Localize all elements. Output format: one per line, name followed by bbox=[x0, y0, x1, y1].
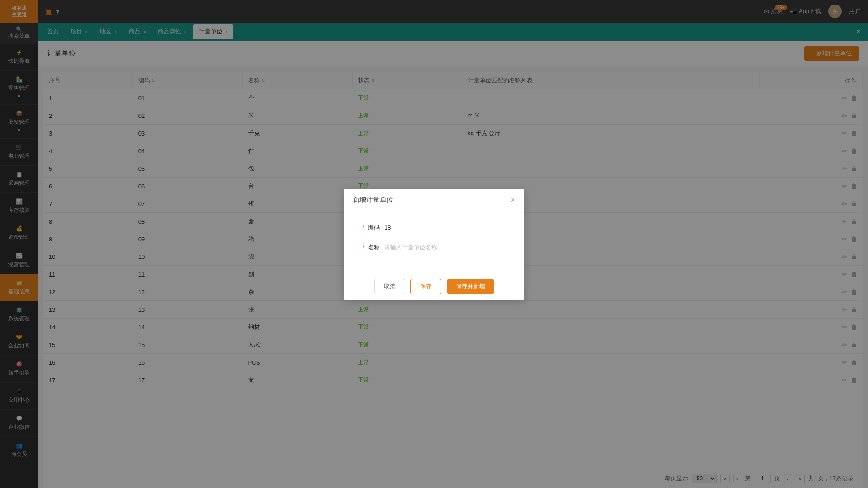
modal-body: * 编码 * 名称 bbox=[344, 211, 524, 273]
name-input[interactable] bbox=[384, 242, 515, 253]
save-new-button[interactable]: 保存并新增 bbox=[447, 279, 494, 294]
form-row-name: * 名称 bbox=[353, 242, 515, 253]
required-star-name: * bbox=[362, 244, 364, 251]
form-code-label: * 编码 bbox=[353, 224, 380, 232]
modal-footer: 取消 保存 保存并新增 bbox=[344, 273, 524, 300]
save-button[interactable]: 保存 bbox=[410, 279, 441, 294]
code-input[interactable] bbox=[384, 222, 515, 233]
add-unit-modal: 新增计量单位 × * 编码 * 名称 取消 保存 保存并新增 bbox=[344, 189, 524, 300]
modal-header: 新增计量单位 × bbox=[344, 189, 524, 211]
form-name-label: * 名称 bbox=[353, 244, 380, 252]
modal-close-button[interactable]: × bbox=[510, 195, 515, 205]
modal-overlay: 新增计量单位 × * 编码 * 名称 取消 保存 保存并新增 bbox=[0, 0, 868, 488]
modal-title: 新增计量单位 bbox=[353, 196, 393, 204]
form-row-code: * 编码 bbox=[353, 222, 515, 233]
required-star-code: * bbox=[362, 224, 364, 231]
cancel-button[interactable]: 取消 bbox=[374, 279, 405, 294]
